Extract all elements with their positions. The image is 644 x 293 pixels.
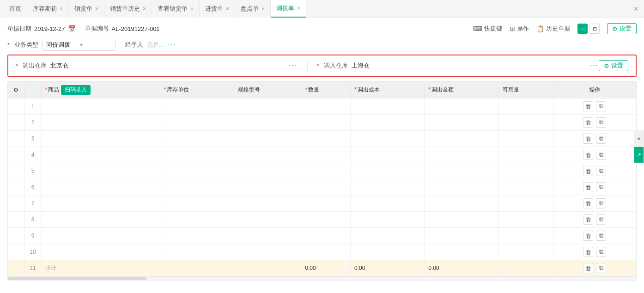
delete-row-button[interactable]: 🗑 [583, 134, 593, 144]
th-settings[interactable]: ⚙ [8, 82, 24, 98]
float-list-button[interactable]: ≡ [634, 130, 644, 146]
row-qty[interactable] [301, 147, 351, 163]
row-unit[interactable] [160, 98, 234, 115]
row-spec[interactable] [234, 131, 301, 147]
shortcuts-button[interactable]: ⌨ 快捷键 [473, 24, 502, 33]
row-spec[interactable] [234, 228, 301, 244]
delete-row-button[interactable]: 🗑 [583, 166, 593, 176]
float-expand-button[interactable]: ↗ [634, 146, 644, 163]
delete-row-button[interactable]: 🗑 [583, 198, 593, 208]
row-qty[interactable] [301, 163, 351, 179]
row-available[interactable] [498, 195, 553, 212]
row-unit[interactable] [160, 212, 234, 228]
row-unit[interactable] [160, 228, 234, 244]
row-qty[interactable] [301, 195, 351, 212]
horizontal-scrollbar[interactable] [8, 276, 636, 280]
list-view-button[interactable]: ≡ [577, 24, 588, 34]
row-cost[interactable] [350, 244, 424, 260]
delete-row-button[interactable]: 🗑 [583, 101, 593, 111]
tab-close-sales-history[interactable]: × [143, 6, 146, 12]
row-spec[interactable] [234, 147, 301, 163]
copy-row-button[interactable]: ⧉ [596, 263, 606, 273]
copy-row-button[interactable]: ⧉ [596, 214, 606, 225]
tab-close-transfer[interactable]: × [297, 5, 300, 12]
row-product[interactable] [41, 131, 160, 147]
row-product[interactable] [41, 228, 160, 244]
warehouse-in-more-button[interactable]: ··· [590, 61, 599, 70]
copy-row-button[interactable]: ⧉ [596, 182, 606, 192]
row-unit[interactable] [160, 244, 234, 260]
row-amount[interactable] [425, 228, 498, 244]
row-product[interactable] [41, 147, 160, 163]
row-product[interactable] [41, 163, 160, 179]
delete-row-button[interactable]: 🗑 [583, 247, 593, 257]
person-select[interactable]: 选择... [147, 41, 164, 49]
row-available[interactable] [498, 147, 553, 163]
row-spec[interactable] [234, 195, 301, 212]
row-qty[interactable] [301, 228, 351, 244]
row-spec[interactable] [234, 212, 301, 228]
tab-close-view-sales[interactable]: × [190, 6, 194, 12]
person-more-button[interactable]: ··· [168, 41, 176, 49]
copy-row-button[interactable]: ⧉ [596, 134, 606, 144]
operations-button[interactable]: ⊞ 操作 [510, 24, 529, 33]
row-amount[interactable] [425, 98, 498, 115]
row-amount[interactable] [425, 147, 498, 163]
setting-button[interactable]: ⚙ 设置 [607, 23, 637, 34]
row-amount[interactable] [425, 195, 498, 212]
warehouse-out-more-button[interactable]: ··· [289, 61, 298, 70]
row-available[interactable] [498, 163, 553, 179]
tab-close-sales-order[interactable]: × [95, 6, 98, 12]
row-amount[interactable] [425, 131, 498, 147]
row-qty[interactable] [301, 244, 351, 260]
row-cost[interactable] [350, 115, 424, 131]
row-available[interactable] [498, 244, 553, 260]
row-qty[interactable] [301, 179, 351, 195]
close-all-tabs-button[interactable]: × [633, 4, 638, 13]
delete-row-button[interactable]: 🗑 [583, 214, 593, 225]
tab-close-purchase[interactable]: × [226, 6, 229, 12]
copy-row-button[interactable]: ⧉ [596, 117, 606, 128]
row-cost[interactable] [350, 98, 424, 115]
row-product[interactable] [41, 115, 160, 131]
delete-row-button[interactable]: 🗑 [583, 182, 593, 192]
row-qty[interactable] [301, 212, 351, 228]
row-unit[interactable] [160, 115, 234, 131]
scan-entry-button[interactable]: 扫码录入 [61, 85, 91, 95]
row-spec[interactable] [234, 163, 301, 179]
row-product[interactable] [41, 98, 160, 115]
row-spec[interactable] [234, 244, 301, 260]
tab-close-inventory-init[interactable]: × [60, 6, 63, 12]
delete-row-button[interactable]: 🗑 [583, 117, 593, 128]
tab-transfer[interactable]: 调拨单 × [271, 0, 306, 18]
row-qty[interactable] [301, 98, 351, 115]
row-cost[interactable] [350, 163, 424, 179]
row-amount[interactable] [425, 244, 498, 260]
row-spec[interactable] [234, 115, 301, 131]
delete-row-button[interactable]: 🗑 [583, 150, 593, 160]
row-unit[interactable] [160, 147, 234, 163]
copy-row-button[interactable]: ⧉ [596, 198, 606, 208]
row-amount[interactable] [425, 212, 498, 228]
tab-view-sales[interactable]: 查看销货单 × [152, 0, 200, 18]
row-amount[interactable] [425, 115, 498, 131]
tab-sales-history[interactable]: 销货单历史 × [104, 0, 152, 18]
row-unit[interactable] [160, 131, 234, 147]
business-type-select[interactable]: 同价调拨 ▾ [42, 39, 116, 51]
row-product[interactable] [41, 244, 160, 260]
tab-close-inventory-check[interactable]: × [261, 6, 265, 12]
delete-row-button[interactable]: 🗑 [583, 231, 593, 241]
tab-sales-order[interactable]: 销货单 × [69, 0, 104, 18]
calendar-icon[interactable]: 📅 [68, 25, 76, 32]
row-product[interactable] [41, 195, 160, 212]
row-available[interactable] [498, 212, 553, 228]
grid-view-button[interactable]: ⊟ [589, 24, 600, 34]
tab-inventory-init[interactable]: 库存期初 × [27, 0, 69, 18]
row-unit[interactable] [160, 195, 234, 212]
delete-row-button[interactable]: 🗑 [583, 263, 593, 273]
row-qty[interactable] [301, 115, 351, 131]
warehouse-setting-button[interactable]: ⚙ 设置 [599, 60, 628, 71]
tab-inventory-check[interactable]: 盘点单 × [235, 0, 271, 18]
row-available[interactable] [498, 131, 553, 147]
row-cost[interactable] [350, 195, 424, 212]
